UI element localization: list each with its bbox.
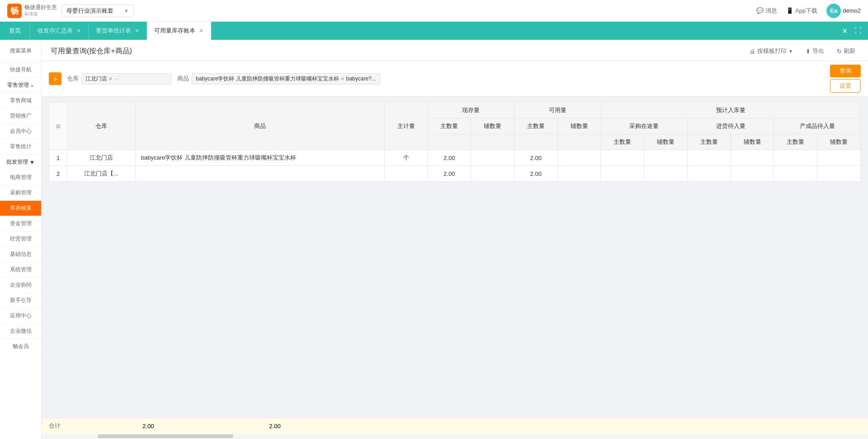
- row-seq: 1: [49, 150, 67, 166]
- print-btn[interactable]: 🖨 按模板打印 ▼: [746, 45, 797, 57]
- avatar-text: Ea: [830, 7, 837, 14]
- table-container[interactable]: ⚙ 仓库 商品 主计量 现存量 可用量 预计入库量 主数量 辅数量 主数量 辅数…: [42, 97, 868, 418]
- row-stock-aux: [471, 150, 514, 166]
- query-btn[interactable]: 查询: [830, 65, 861, 77]
- row-production-main: [774, 166, 817, 182]
- sidebar-item-marketing[interactable]: 营销推广: [0, 109, 41, 124]
- message-action[interactable]: 💬 消息: [756, 7, 777, 15]
- tab-spacer: [211, 22, 835, 40]
- sidebar-item-quicknav[interactable]: 快捷导航: [0, 62, 41, 78]
- warehouse-filter-group: 仓库 江北门店 ✕ ···: [67, 73, 172, 85]
- tab-home-label: 首页: [9, 27, 21, 35]
- row-seq: 2: [49, 166, 67, 182]
- table-row[interactable]: 2 江北门店【... 2.00 2.00: [49, 166, 861, 182]
- table-row[interactable]: 1 江北门店 babycare学饮杯 儿童防摔防撞吸管杯重力球吸嘴杯宝宝水杯 个…: [49, 150, 861, 166]
- filter-toggle-btn[interactable]: »: [49, 72, 61, 85]
- settings-icon[interactable]: ⚙: [56, 123, 61, 130]
- warehouse-tag: 江北门店 ✕: [85, 75, 113, 83]
- export-label: 导出: [812, 47, 824, 55]
- sidebar-item-retail-stats[interactable]: 零售统计: [0, 139, 41, 155]
- sidebar-item-operations[interactable]: 经营管理: [0, 231, 41, 247]
- export-icon: ⬆: [806, 48, 811, 55]
- refresh-icon: ↻: [837, 48, 842, 55]
- col-arrival-pending-header: 进货待入量: [687, 118, 774, 134]
- user-area[interactable]: Ea demo2: [826, 4, 861, 18]
- username: demo2: [843, 7, 861, 14]
- sidebar-wholesale-label: 批发管理: [6, 158, 28, 166]
- sidebar-search-btn[interactable]: 搜索菜单: [4, 44, 38, 57]
- sidebar-item-enterprise[interactable]: 企业协同: [0, 278, 41, 293]
- sidebar-item-member[interactable]: 会员中心: [0, 124, 41, 139]
- col-arrival-aux-header: 辅数量: [731, 134, 774, 150]
- col-unit-header: 主计量: [384, 103, 428, 150]
- product-tag-2: babycare?...: [346, 76, 376, 82]
- sidebar-item-inventory[interactable]: 库存核算: [0, 201, 41, 216]
- sidebar-item-weixin[interactable]: 企业微信: [0, 324, 41, 339]
- warehouse-tag-close[interactable]: ✕: [108, 76, 113, 82]
- warehouse-filter-more[interactable]: ···: [114, 76, 119, 82]
- refresh-btn[interactable]: ↻ 刷新: [833, 45, 859, 57]
- sidebar-item-wholesale[interactable]: 批发管理: [0, 155, 41, 170]
- filter-action-btns: 查询 设置: [830, 65, 861, 93]
- data-table: ⚙ 仓库 商品 主计量 现存量 可用量 预计入库量 主数量 辅数量 主数量 辅数…: [49, 102, 861, 182]
- row-warehouse: 江北门店: [67, 150, 136, 166]
- product-filter-group: 商品 babycare学饮杯 儿童防摔防撞吸管杯重力球吸嘴杯宝宝水杯 ✕ bab…: [177, 73, 380, 85]
- product-filter-label: 商品: [177, 75, 189, 83]
- sidebar: 搜索菜单 快捷导航 零售管理 零售商城 营销推广 会员中心 零售统计 批发管理 …: [0, 40, 42, 439]
- print-label: 按模板打印: [757, 47, 787, 55]
- setting-btn[interactable]: 设置: [830, 79, 861, 93]
- tab-receive-send-close[interactable]: ✕: [76, 28, 81, 34]
- sidebar-item-retail[interactable]: 零售管理: [0, 78, 41, 93]
- col-stock-main2: [428, 134, 471, 150]
- row-available-main: 2.00: [514, 150, 557, 166]
- col-production-aux-header: 辅数量: [817, 134, 861, 150]
- logo-text: 畅捷通好生意: [24, 4, 57, 11]
- app-logo-icon: 畅: [7, 4, 22, 18]
- message-label: 消息: [765, 7, 777, 15]
- scroll-thumb[interactable]: [98, 434, 233, 438]
- tab-order-stats-close[interactable]: ✕: [135, 28, 139, 34]
- col-avail-aux2: [557, 134, 601, 150]
- row-arrival-main: [687, 166, 731, 182]
- tab-close-btn[interactable]: ✕: [839, 25, 850, 36]
- app-download-action[interactable]: 📱 App下载: [786, 7, 817, 15]
- tab-home[interactable]: 首页: [0, 22, 30, 40]
- tab-available-stock[interactable]: 可用量库存账本 ✕: [147, 22, 211, 40]
- sidebar-item-vip[interactable]: 畅会员: [0, 339, 41, 354]
- industry-label: 母婴行业演示账套: [66, 7, 113, 15]
- tab-receive-send[interactable]: 收发存汇总表 ✕: [30, 22, 89, 40]
- warehouse-tag-text: 江北门店: [85, 75, 107, 83]
- tab-expand-btn[interactable]: ⛶: [853, 25, 863, 36]
- sidebar-item-purchase[interactable]: 采购管理: [0, 185, 41, 201]
- app-download-icon: 📱: [786, 7, 793, 14]
- page-header: 可用量查询(按仓库+商品) 🖨 按模板打印 ▼ ⬆ 导出 ↻ 刷新: [42, 40, 868, 61]
- product-tag-1-close[interactable]: ✕: [340, 76, 344, 82]
- sidebar-item-retail-shop[interactable]: 零售商城: [0, 93, 41, 109]
- product-filter-tags[interactable]: babycare学饮杯 儿童防摔防撞吸管杯重力球吸嘴杯宝宝水杯 ✕ babyca…: [192, 73, 380, 85]
- sidebar-item-appcenter[interactable]: 应用中心: [0, 308, 41, 324]
- col-stock-main-header: 主数量: [428, 118, 471, 134]
- logo-area: 畅 畅捷通好生意 标准版: [7, 4, 57, 18]
- sidebar-item-system[interactable]: 系统管理: [0, 262, 41, 278]
- col-avail-aux-header: 辅数量: [557, 118, 601, 134]
- avatar: Ea: [826, 4, 841, 18]
- industry-selector[interactable]: 母婴行业演示账套 ▼: [61, 5, 134, 17]
- sidebar-item-finance[interactable]: 资金管理: [0, 216, 41, 231]
- tab-order-stats[interactable]: 要货单统计表 ✕: [89, 22, 147, 40]
- content-area: 可用量查询(按仓库+商品) 🖨 按模板打印 ▼ ⬆ 导出 ↻ 刷新 »: [42, 40, 868, 439]
- col-purchase-aux-header: 辅数量: [644, 134, 688, 150]
- logo-text-area: 畅捷通好生意 标准版: [24, 4, 57, 18]
- sidebar-item-newguide[interactable]: 新手引导: [0, 293, 41, 308]
- message-icon: 💬: [756, 7, 764, 14]
- col-incoming-header: 预计入库量: [601, 103, 861, 118]
- dropdown-icon: ▼: [124, 8, 129, 14]
- sidebar-item-ecommerce[interactable]: 电商管理: [0, 170, 41, 185]
- warehouse-filter-tags[interactable]: 江北门店 ✕ ···: [81, 73, 172, 85]
- header-actions: 🖨 按模板打印 ▼ ⬆ 导出 ↻ 刷新: [746, 45, 859, 57]
- row-stock-aux: [471, 166, 514, 182]
- tab-available-stock-close[interactable]: ✕: [199, 28, 203, 34]
- sidebar-item-basic[interactable]: 基础信息: [0, 247, 41, 262]
- scroll-bar-area[interactable]: [42, 434, 868, 439]
- export-btn[interactable]: ⬆ 导出: [802, 45, 828, 57]
- col-settings-header[interactable]: ⚙: [49, 103, 67, 150]
